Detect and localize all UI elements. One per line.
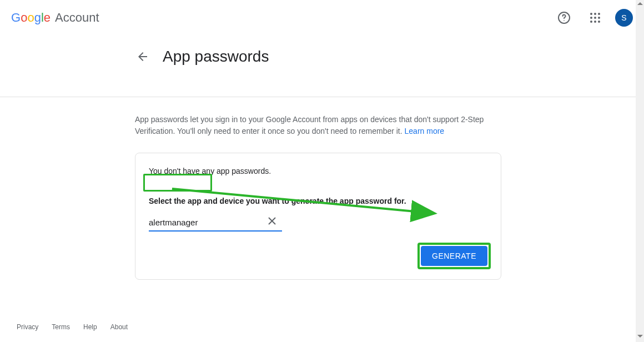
footer-link-about[interactable]: About xyxy=(110,323,128,331)
instruction-text: Select the app and device you want to ge… xyxy=(149,197,487,205)
help-icon[interactable] xyxy=(553,7,575,29)
header: Google Account S xyxy=(0,0,644,36)
svg-point-3 xyxy=(594,13,596,15)
avatar-initial: S xyxy=(621,13,626,22)
svg-point-9 xyxy=(594,21,596,23)
google-logo: Google xyxy=(11,11,51,25)
product-name: Account xyxy=(55,11,99,25)
svg-point-6 xyxy=(594,17,596,19)
svg-point-8 xyxy=(590,21,592,23)
footer-link-help[interactable]: Help xyxy=(83,323,97,331)
svg-point-10 xyxy=(598,21,600,23)
scroll-arrow-up-icon[interactable] xyxy=(637,2,643,5)
svg-point-5 xyxy=(590,17,592,19)
app-name-field-wrap xyxy=(149,218,282,232)
page-title: App passwords xyxy=(163,48,269,66)
app-passwords-card: You don't have any app passwords. Select… xyxy=(135,153,501,280)
app-name-input[interactable] xyxy=(149,218,249,227)
footer-link-terms[interactable]: Terms xyxy=(52,323,70,331)
scroll-arrow-down-icon[interactable] xyxy=(637,335,643,338)
apps-grid-icon[interactable] xyxy=(584,7,606,29)
footer: Privacy Terms Help About xyxy=(17,323,128,331)
svg-point-1 xyxy=(564,20,565,21)
page-description: App passwords let you sign in to your Go… xyxy=(135,114,501,137)
footer-link-privacy[interactable]: Privacy xyxy=(17,323,38,331)
learn-more-link[interactable]: Learn more xyxy=(405,127,445,135)
scrollbar[interactable] xyxy=(636,0,644,342)
svg-point-4 xyxy=(598,13,600,15)
back-arrow-icon[interactable] xyxy=(136,50,149,63)
svg-point-7 xyxy=(598,17,600,19)
generate-button[interactable]: GENERATE xyxy=(421,246,487,266)
divider xyxy=(0,97,644,97)
svg-point-2 xyxy=(590,13,592,15)
page-title-row: App passwords xyxy=(0,48,644,66)
empty-message: You don't have any app passwords. xyxy=(149,167,487,175)
brand-logo: Google Account xyxy=(11,11,99,25)
clear-input-icon[interactable] xyxy=(268,217,276,228)
avatar[interactable]: S xyxy=(615,9,633,27)
